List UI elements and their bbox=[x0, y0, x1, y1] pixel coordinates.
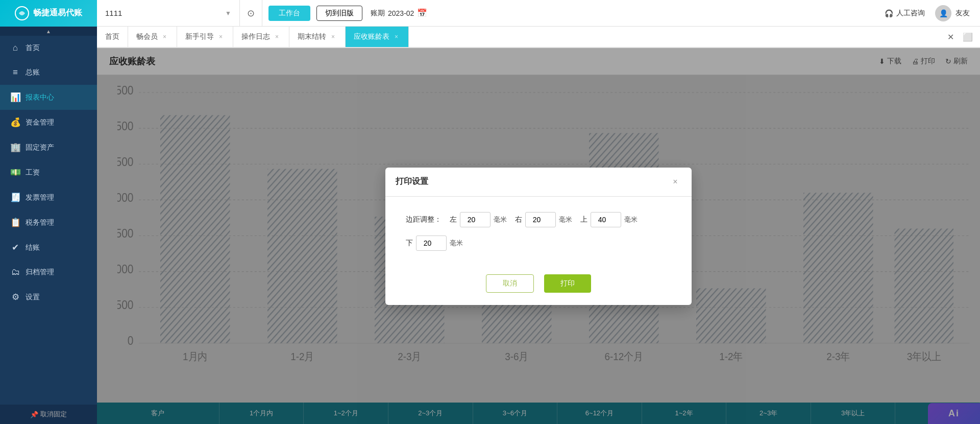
sidebar-label-tax: 税务管理 bbox=[26, 218, 54, 227]
sidebar-item-home[interactable]: ⌂ 首页 bbox=[0, 36, 97, 60]
tab-ar-aging-label: 应收账龄表 bbox=[354, 32, 389, 41]
tab-home[interactable]: 首页 bbox=[97, 27, 128, 47]
archive-icon: 🗂 bbox=[10, 267, 20, 277]
left-label: 左 bbox=[450, 215, 457, 224]
sidebar-label-funds: 资金管理 bbox=[26, 118, 54, 127]
tab-member-label: 畅会员 bbox=[136, 32, 158, 41]
sidebar-item-archive[interactable]: 🗂 归档管理 bbox=[0, 260, 97, 285]
margin-label: 边距调整： bbox=[406, 215, 442, 224]
sidebar-item-closing[interactable]: ✔ 结账 bbox=[0, 235, 97, 260]
sidebar-item-tax[interactable]: 📋 税务管理 bbox=[0, 210, 97, 235]
content-area: 首页 畅会员 × 新手引导 × 操作日志 × 期末结转 × 应收账龄表 × bbox=[97, 27, 980, 424]
headset-icon: 🎧 bbox=[885, 9, 893, 17]
user-name: 友友 bbox=[955, 9, 970, 18]
invoice-icon: 🧾 bbox=[10, 192, 20, 203]
bottom-margin-input[interactable] bbox=[416, 235, 447, 251]
sidebar-item-funds[interactable]: 💰 资金管理 bbox=[0, 110, 97, 135]
top-bar: 畅捷通易代账 1111 ▼ ⊙ 工作台 切到旧版 账期 2023-02 📅 🎧 … bbox=[0, 0, 980, 27]
top-margin-input[interactable] bbox=[591, 212, 621, 227]
modal-close-button[interactable]: × bbox=[669, 176, 681, 188]
cancel-fixed-label: 取消固定 bbox=[40, 410, 67, 419]
tab-period-end-close[interactable]: × bbox=[329, 32, 337, 41]
sidebar-label-invoice: 发票管理 bbox=[26, 193, 54, 202]
copy-icon[interactable]: ⊙ bbox=[240, 0, 262, 27]
sidebar-label-payroll: 工资 bbox=[26, 168, 40, 177]
consult-button[interactable]: 🎧 人工咨询 bbox=[885, 9, 925, 18]
modal-body: 边距调整： 左 毫米 右 毫米 bbox=[385, 197, 692, 266]
payroll-icon: 💵 bbox=[10, 167, 20, 178]
top-unit: 毫米 bbox=[624, 215, 638, 224]
margin-left-group: 左 毫米 bbox=[450, 212, 507, 227]
bottom-unit: 毫米 bbox=[450, 239, 463, 248]
tab-guide-close[interactable]: × bbox=[217, 32, 225, 41]
left-unit: 毫米 bbox=[494, 215, 507, 224]
sidebar-item-assets[interactable]: 🏢 固定资产 bbox=[0, 135, 97, 160]
sidebar-item-settings[interactable]: ⚙ 设置 bbox=[0, 285, 97, 310]
calendar-icon[interactable]: 📅 bbox=[417, 8, 427, 18]
sidebar-item-ledger[interactable]: ≡ 总账 bbox=[0, 60, 97, 85]
tab-ar-aging[interactable]: 应收账龄表 × bbox=[346, 27, 409, 47]
print-confirm-button[interactable]: 打印 bbox=[544, 274, 591, 293]
user-area[interactable]: 👤 友友 bbox=[935, 5, 970, 21]
sidebar: ▲ ⌂ 首页 ≡ 总账 📊 报表中心 💰 资金管理 🏢 固定资产 💵 工资 🧾 … bbox=[0, 27, 97, 424]
right-label: 右 bbox=[515, 215, 522, 224]
left-margin-input[interactable] bbox=[460, 212, 491, 227]
avatar: 👤 bbox=[935, 5, 951, 21]
switch-version-button[interactable]: 切到旧版 bbox=[316, 6, 362, 21]
tab-guide[interactable]: 新手引导 × bbox=[177, 27, 233, 47]
sidebar-item-payroll[interactable]: 💵 工资 bbox=[0, 160, 97, 185]
print-settings-modal: 打印设置 × 边距调整： 左 毫米 右 bbox=[385, 168, 692, 305]
sidebar-item-invoice[interactable]: 🧾 发票管理 bbox=[0, 185, 97, 210]
tabs-actions: ✕ ⬜ bbox=[938, 27, 980, 47]
assets-icon: 🏢 bbox=[10, 142, 20, 153]
close-tab-button[interactable]: ✕ bbox=[943, 30, 958, 44]
tabs-bar: 首页 畅会员 × 新手引导 × 操作日志 × 期末结转 × 应收账龄表 × bbox=[97, 27, 980, 48]
sidebar-scroll-up[interactable]: ▲ bbox=[0, 27, 97, 36]
cancel-button[interactable]: 取消 bbox=[486, 274, 534, 293]
pin-icon: 📌 bbox=[30, 411, 38, 418]
tab-ar-aging-close[interactable]: × bbox=[393, 32, 400, 41]
tab-period-end-label: 期末结转 bbox=[298, 32, 326, 41]
sidebar-bottom: 📌 取消固定 bbox=[0, 405, 97, 424]
margin-row: 边距调整： 左 毫米 右 毫米 bbox=[406, 212, 671, 251]
logo-text: 畅捷通易代账 bbox=[33, 8, 82, 18]
consult-label: 人工咨询 bbox=[896, 9, 925, 18]
ledger-icon: ≡ bbox=[10, 67, 20, 78]
sidebar-label-home: 首页 bbox=[26, 43, 40, 53]
sidebar-label-settings: 设置 bbox=[26, 293, 40, 302]
tab-member[interactable]: 畅会员 × bbox=[128, 27, 177, 47]
sidebar-label-reports: 报表中心 bbox=[26, 93, 54, 102]
sidebar-label-ledger: 总账 bbox=[26, 68, 40, 77]
period-prefix: 账期 bbox=[371, 9, 385, 18]
company-name: 1111 bbox=[105, 9, 221, 17]
funds-icon: 💰 bbox=[10, 117, 20, 128]
maximize-tab-button[interactable]: ⬜ bbox=[961, 30, 975, 44]
logo-area: 畅捷通易代账 bbox=[0, 0, 97, 27]
margin-bottom-group: 下 毫米 bbox=[406, 235, 463, 251]
sidebar-label-archive: 归档管理 bbox=[26, 268, 54, 277]
bottom-label: 下 bbox=[406, 239, 413, 248]
company-selector[interactable]: 1111 ▼ bbox=[97, 0, 240, 27]
modal-title: 打印设置 bbox=[396, 176, 669, 187]
margin-right-group: 右 毫米 bbox=[515, 212, 572, 227]
modal-overlay: 打印设置 × 边距调整： 左 毫米 右 bbox=[97, 48, 980, 424]
tab-member-close[interactable]: × bbox=[161, 32, 168, 41]
tab-log-close[interactable]: × bbox=[273, 32, 281, 41]
tab-period-end[interactable]: 期末结转 × bbox=[289, 27, 346, 47]
closing-icon: ✔ bbox=[10, 242, 20, 253]
cancel-fixed-button[interactable]: 📌 取消固定 bbox=[0, 405, 97, 424]
page-content: 应收账龄表 ⬇ 下载 🖨 打印 ↻ 刷新 bbox=[97, 48, 980, 424]
sidebar-label-closing: 结账 bbox=[26, 243, 40, 252]
main-layout: ▲ ⌂ 首页 ≡ 总账 📊 报表中心 💰 资金管理 🏢 固定资产 💵 工资 🧾 … bbox=[0, 27, 980, 424]
tax-icon: 📋 bbox=[10, 217, 20, 228]
logo-icon bbox=[15, 6, 29, 20]
top-label: 上 bbox=[580, 215, 587, 224]
right-margin-input[interactable] bbox=[525, 212, 556, 227]
workbench-button[interactable]: 工作台 bbox=[268, 6, 310, 21]
tab-log[interactable]: 操作日志 × bbox=[233, 27, 289, 47]
top-bar-right: 🎧 人工咨询 👤 友友 bbox=[885, 5, 980, 21]
modal-footer: 取消 打印 bbox=[385, 266, 692, 305]
sidebar-item-reports[interactable]: 📊 报表中心 bbox=[0, 85, 97, 110]
tab-log-label: 操作日志 bbox=[241, 32, 270, 41]
right-unit: 毫米 bbox=[559, 215, 572, 224]
